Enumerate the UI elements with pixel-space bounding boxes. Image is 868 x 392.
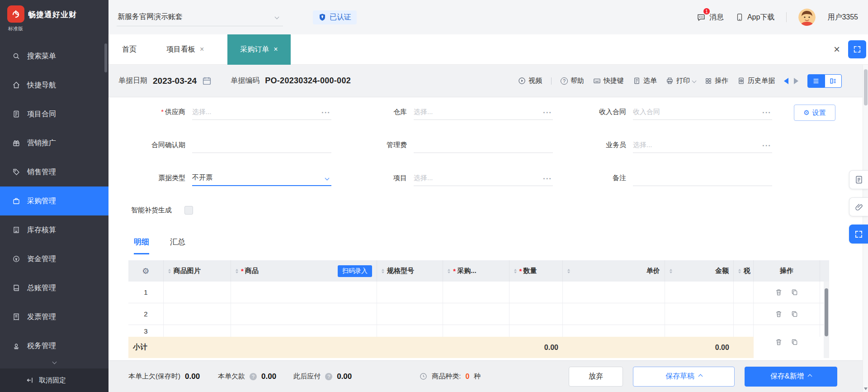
- close-tab-icon[interactable]: ×: [274, 46, 278, 53]
- sort-icon[interactable]: [670, 269, 672, 273]
- expand-panel-button[interactable]: [849, 225, 868, 244]
- more-options-icon[interactable]: ···: [762, 141, 771, 150]
- list-view-button[interactable]: [807, 74, 825, 88]
- cell-tax[interactable]: [734, 303, 754, 325]
- calendar-icon[interactable]: [202, 76, 212, 86]
- salesman-input[interactable]: [633, 141, 772, 148]
- supplier-input[interactable]: [192, 108, 331, 115]
- sidebar-item-marketing[interactable]: 营销推广: [0, 129, 108, 158]
- unpin-sidebar-button[interactable]: 取消固定: [0, 368, 108, 392]
- attachment-button[interactable]: [849, 197, 868, 216]
- help-icon[interactable]: ?: [250, 373, 257, 380]
- sort-icon[interactable]: [236, 269, 238, 273]
- next-doc-button[interactable]: [794, 78, 798, 84]
- cell-qty[interactable]: [509, 325, 563, 337]
- scan-entry-button[interactable]: 扫码录入: [338, 265, 372, 277]
- column-gear-icon[interactable]: ⚙: [142, 266, 149, 276]
- close-page-icon[interactable]: ×: [834, 44, 840, 55]
- table-scrollbar-thumb[interactable]: [825, 288, 828, 336]
- sidebar-more-indicator[interactable]: [0, 360, 108, 363]
- sidebar-item-purchase[interactable]: 采购管理: [0, 186, 108, 215]
- sort-icon[interactable]: [382, 269, 384, 273]
- sidebar-item-project-contract[interactable]: 项目合同: [0, 100, 108, 129]
- sidebar-item-funds[interactable]: 资金管理: [0, 244, 108, 273]
- account-select[interactable]: 新服务官网演示账套: [117, 8, 283, 26]
- remark-input[interactable]: [633, 174, 772, 182]
- scroll-down-arrow-icon[interactable]: [864, 387, 868, 390]
- cell-price[interactable]: [563, 325, 665, 337]
- discard-button[interactable]: 放弃: [569, 367, 623, 387]
- delete-row-icon[interactable]: [775, 289, 782, 296]
- cell-purchase[interactable]: [443, 325, 509, 337]
- sort-icon[interactable]: [514, 269, 517, 273]
- cell-qty[interactable]: [509, 303, 563, 325]
- doc-date-value[interactable]: 2023-03-24: [153, 76, 197, 86]
- cell-purchase[interactable]: [443, 303, 509, 325]
- hotkeys-button[interactable]: 快捷键: [593, 76, 624, 85]
- settings-button[interactable]: ⚙ 设置: [794, 105, 835, 121]
- sort-icon[interactable]: [738, 269, 741, 273]
- project-input[interactable]: [414, 174, 553, 182]
- close-tab-icon[interactable]: ×: [200, 46, 204, 53]
- delete-row-icon[interactable]: [775, 339, 782, 345]
- sidebar-item-ledger[interactable]: 总账管理: [0, 273, 108, 302]
- more-options-icon[interactable]: ···: [762, 108, 771, 117]
- tab-summary[interactable]: 汇总: [170, 237, 185, 254]
- help-icon[interactable]: ?: [325, 373, 332, 380]
- save-and-new-button[interactable]: 保存&新增: [745, 367, 837, 387]
- cell-product[interactable]: [231, 325, 377, 337]
- copy-row-icon[interactable]: [791, 339, 798, 345]
- app-download-button[interactable]: App下载: [736, 13, 774, 22]
- cell-tax[interactable]: [734, 282, 754, 303]
- sort-icon[interactable]: [448, 269, 450, 273]
- delete-row-icon[interactable]: [775, 311, 782, 317]
- cell-product-image[interactable]: [164, 303, 231, 325]
- sidebar-item-search-menu[interactable]: 搜索菜单: [0, 42, 108, 71]
- messages-button[interactable]: 1 消息: [697, 13, 724, 22]
- cell-qty[interactable]: [509, 282, 563, 303]
- copy-row-icon[interactable]: [791, 311, 798, 317]
- cell-purchase[interactable]: [443, 282, 509, 303]
- drafts-button[interactable]: [849, 170, 868, 189]
- page-scrollbar-thumb[interactable]: [864, 69, 868, 105]
- contract-confirm-input[interactable]: [192, 141, 331, 148]
- tab-project-board[interactable]: 项目看板 ×: [166, 45, 204, 54]
- cell-product[interactable]: [231, 282, 377, 303]
- tab-home[interactable]: 首页: [122, 45, 137, 54]
- cell-tax[interactable]: [734, 325, 754, 337]
- cell-amount[interactable]: [665, 282, 734, 303]
- sidebar-item-inventory[interactable]: 库存核算: [0, 215, 108, 244]
- operations-button[interactable]: 操作: [705, 76, 728, 85]
- bill-type-select[interactable]: [192, 174, 331, 182]
- mgmt-fee-input[interactable]: [414, 141, 553, 148]
- cell-product-image[interactable]: [164, 325, 231, 337]
- cell-product[interactable]: [231, 303, 377, 325]
- cell-spec[interactable]: [377, 325, 443, 337]
- sort-icon[interactable]: [567, 269, 570, 273]
- split-view-button[interactable]: [825, 74, 842, 88]
- video-button[interactable]: 视频: [518, 76, 542, 85]
- prev-doc-button[interactable]: [784, 78, 788, 84]
- warehouse-input[interactable]: [414, 108, 553, 115]
- cell-spec[interactable]: [377, 303, 443, 325]
- cell-amount[interactable]: [665, 303, 734, 325]
- fullscreen-toggle-button[interactable]: [848, 40, 866, 58]
- cell-price[interactable]: [563, 282, 665, 303]
- sidebar-item-quick-nav[interactable]: 快捷导航: [0, 71, 108, 100]
- cell-spec[interactable]: [377, 282, 443, 303]
- help-button[interactable]: ? 帮助: [561, 76, 584, 85]
- avatar[interactable]: [798, 9, 816, 26]
- tab-purchase-order[interactable]: 采购订单 ×: [227, 34, 290, 65]
- income-contract-input[interactable]: [633, 108, 772, 115]
- copy-row-icon[interactable]: [791, 289, 798, 296]
- sidebar-item-tax[interactable]: 税务管理: [0, 331, 108, 360]
- sidebar-item-invoice[interactable]: 发票管理: [0, 302, 108, 331]
- sort-icon[interactable]: [168, 269, 171, 273]
- pick-list-button[interactable]: 选单: [633, 76, 657, 85]
- cell-price[interactable]: [563, 303, 665, 325]
- smart-replenish-checkbox[interactable]: [184, 206, 193, 215]
- certified-badge[interactable]: 已认证: [313, 10, 357, 24]
- cell-product-image[interactable]: [164, 282, 231, 303]
- save-draft-button[interactable]: 保存草稿: [633, 367, 735, 387]
- print-button[interactable]: 打印: [666, 76, 696, 85]
